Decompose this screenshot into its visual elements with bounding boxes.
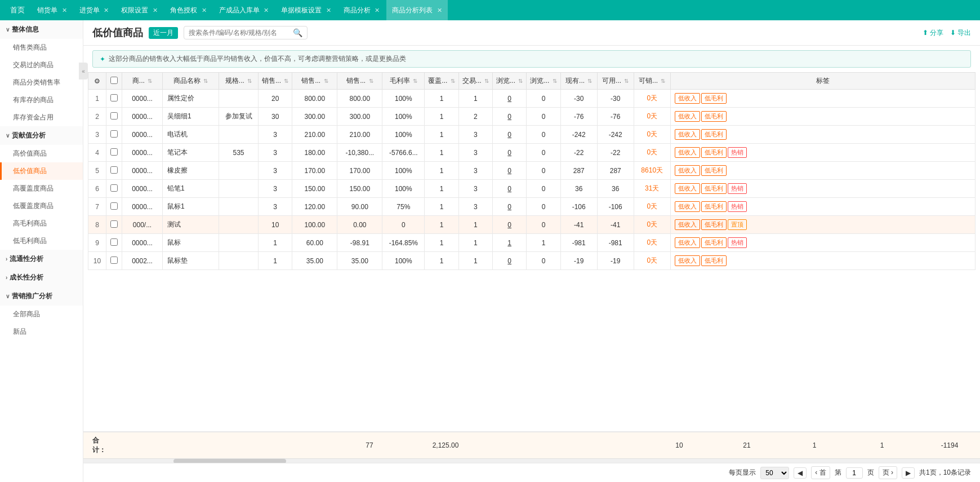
export-button[interactable]: ⬇ 导出 [950,28,971,38]
last-page-btn[interactable]: ▶ [902,467,915,479]
nav-purchase[interactable]: 进货单 ✕ [74,0,115,20]
sidebar-item-all-products[interactable]: 全部商品 [0,306,83,323]
footer-v1: 1 [798,441,831,449]
col-sales-amt[interactable]: 销售... ⇅ [292,73,337,90]
table-body: 10000...属性定价20800.00800.00100%1100-30-30… [88,90,975,270]
sidebar-group-overall[interactable]: ∨ 整体信息 [0,20,83,39]
col-code[interactable]: 商... ⇅ [122,73,163,90]
content-header: 低价值商品 近一月 🔍 ⬆ 分享 ⬇ 导出 [83,20,980,46]
nav-warehouse[interactable]: 产成品入库单 ✕ [213,0,275,20]
footer-current: -1194 [933,441,966,449]
nav-analysis-list[interactable]: 商品分析列表 ✕ [386,0,448,20]
table-row: 30000...电话机3210.00210.00100%1300-242-242… [88,126,975,144]
search-box: 🔍 [184,26,308,39]
total-info: 共1页，10条记录 [919,468,971,477]
info-bar: ✦ 这部分商品的销售收入大幅低于商品平均销售收入，价值不高，可考虑调整营销策略，… [92,50,971,68]
page-size-select[interactable]: 50 100 200 [760,467,789,479]
col-available[interactable]: 可用... ⇅ [597,73,634,90]
page-size-label: 每页显示 [729,468,756,477]
col-settings[interactable]: ⚙ [88,73,106,90]
sidebar-group-growth[interactable]: › 成长性分析 [0,268,83,287]
sidebar-collapse-btn[interactable]: « [79,63,88,79]
col-checkbox-all[interactable] [106,73,122,90]
footer-avg [505,441,555,449]
sidebar-item-low-margin[interactable]: 低毛利商品 [0,232,83,250]
col-trade[interactable]: 交易... ⇅ [458,73,492,90]
nav-close-analysis-list[interactable]: ✕ [437,7,442,14]
prev-page-btn[interactable]: ‹ 首 [811,466,830,479]
nav-close-roles[interactable]: ✕ [202,7,207,14]
nav-close-purchase[interactable]: ✕ [104,7,109,14]
time-tag[interactable]: 近一月 [149,27,178,39]
table-row: 40000...笔记本5353180.00-10,380...-5766.6..… [88,144,975,162]
horizontal-scrollbar[interactable] [83,458,980,463]
sidebar-item-category-rate[interactable]: 商品分类销售率 [0,74,83,91]
share-button[interactable]: ⬆ 分享 [923,28,943,38]
sidebar-group-liquidity[interactable]: › 流通性分析 [0,250,83,268]
footer-trade: 21 [730,441,764,449]
sidebar-item-low-coverage[interactable]: 低覆盖度商品 [0,197,83,215]
footer-qty: 77 [353,441,386,449]
col-tags[interactable]: 标签 [670,73,975,90]
sidebar-item-stock-capital[interactable]: 库存资金占用 [0,109,83,126]
footer-v2: 1 [865,441,899,449]
first-page-btn[interactable]: ◀ [794,467,807,479]
col-spec[interactable]: 规格... ⇅ [219,73,259,90]
header-actions: ⬆ 分享 ⬇ 导出 [923,28,971,38]
pagination-bar: 每页显示 50 100 200 ◀ ‹ 首 第 页 页 › ▶ 共1页，10条记… [83,463,980,482]
data-table-container: ⚙ 商... ⇅ 商品名称 ⇅ 规格... ⇅ 销售... ⇅ 销售... ⇅ … [83,72,980,431]
nav-sales[interactable]: 销货单 ✕ [32,0,73,20]
col-name[interactable]: 商品名称 ⇅ [163,73,219,90]
sidebar-item-high-value[interactable]: 高价值商品 [0,145,83,162]
table-row: 90000...鼠标160.00-98.91-164.85%1111-981-9… [88,234,975,252]
nav-close-template[interactable]: ✕ [326,7,331,14]
col-views1[interactable]: 浏览... ⇅ [493,73,527,90]
nav-product-analysis[interactable]: 商品分析 ✕ [338,0,386,20]
col-sales-qty[interactable]: 销售... ⇅ [259,73,292,90]
sidebar-group-marketing[interactable]: ∨ 营销推广分析 [0,287,83,306]
col-margin[interactable]: 毛利率 ⇅ [382,73,425,90]
sidebar-item-high-coverage[interactable]: 高覆盖度商品 [0,180,83,197]
page-label2: 页 [867,468,874,477]
table-row: 70000...鼠标13120.0090.0075%1300-106-1060天… [88,198,975,216]
footer-cover: 10 [662,441,696,449]
table-row: 20000...吴细细1参加复试30300.00300.00100%1200-7… [88,108,975,126]
nav-close-permissions[interactable]: ✕ [153,7,158,14]
info-icon: ✦ [100,55,105,63]
nav-close-product-analysis[interactable]: ✕ [375,7,380,14]
sidebar-group-contribution[interactable]: ∨ 贡献值分析 [0,126,83,145]
page-input[interactable] [846,467,863,479]
nav-home[interactable]: 首页 [5,0,30,20]
table-row: 50000...橡皮擦3170.00170.00100%130028728786… [88,162,975,180]
col-cover[interactable]: 覆盖... ⇅ [425,73,458,90]
search-input[interactable] [189,29,289,37]
sidebar-item-high-margin[interactable]: 高毛利商品 [0,215,83,232]
col-current[interactable]: 现有... ⇅ [560,73,597,90]
nav-template[interactable]: 单据模板设置 ✕ [275,0,337,20]
footer-amt: 2,125.00 [420,441,471,449]
footer-values: 77 2,125.00 10 21 1 1 -1194 -1194 [122,441,980,449]
page-title: 低价值商品 [92,26,143,39]
col-salable[interactable]: 可销... ⇅ [634,73,670,90]
sidebar-group-marketing-items: 全部商品 新品 [0,306,83,341]
info-text: 这部分商品的销售收入大幅低于商品平均销售收入，价值不高，可考虑调整营销策略，或是… [109,54,406,64]
footer-margin [589,441,629,449]
nav-permissions[interactable]: 权限设置 ✕ [115,0,163,20]
sidebar-group-overall-items: 销售类商品 交易过的商品 商品分类销售率 有库存的商品 库存资金占用 [0,39,83,126]
nav-roles[interactable]: 角色授权 ✕ [164,0,212,20]
sidebar-item-stocked-products[interactable]: 有库存的商品 [0,91,83,109]
next-page-btn[interactable]: 页 › [879,466,897,479]
content-area: 低价值商品 近一月 🔍 ⬆ 分享 ⬇ 导出 [83,20,980,482]
share-icon: ⬆ [923,29,928,37]
sidebar-group-contribution-items: 高价值商品 低价值商品 高覆盖度商品 低覆盖度商品 高毛利商品 低毛利商品 [0,145,83,250]
sidebar-item-new-products[interactable]: 新品 [0,323,83,341]
footer-totals: 合计： 77 2,125.00 10 21 1 1 -1194 -1194 [83,431,980,458]
col-sales-avg[interactable]: 销售... ⇅ [337,73,382,90]
sidebar-item-traded-products[interactable]: 交易过的商品 [0,56,83,74]
search-icon[interactable]: 🔍 [293,28,302,37]
sidebar-item-sales-products[interactable]: 销售类商品 [0,39,83,56]
sidebar-item-low-value[interactable]: 低价值商品 [0,162,83,180]
nav-close-sales[interactable]: ✕ [62,7,67,14]
col-views2[interactable]: 浏览... ⇅ [527,73,560,90]
nav-close-warehouse[interactable]: ✕ [264,7,269,14]
